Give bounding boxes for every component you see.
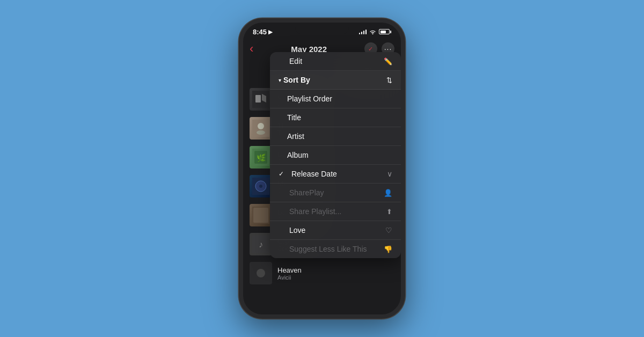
svg-text:♪: ♪: [259, 240, 263, 249]
battery-icon: [379, 29, 391, 34]
menu-item-edit[interactable]: Edit ✏️: [270, 52, 401, 71]
svg-point-11: [259, 185, 262, 188]
shareplay-label: SharePlay: [289, 188, 324, 197]
dropdown-menu: Edit ✏️ ▾ Sort By ⇅ Playlist Order Title: [270, 52, 401, 258]
svg-point-17: [257, 269, 265, 277]
menu-item-playlist-order[interactable]: Playlist Order: [270, 90, 401, 108]
song-info: Heaven Avicii: [277, 266, 394, 281]
location-icon: ▶: [268, 29, 273, 35]
svg-point-5: [257, 130, 265, 135]
menu-item-artist[interactable]: Artist: [270, 127, 401, 146]
menu-item-left: SharePlay: [279, 188, 324, 197]
menu-item-left: Suggest Less Like This: [279, 245, 367, 253]
share-playlist-label: Share Playlist...: [289, 207, 341, 216]
song-title: Heaven: [277, 266, 394, 274]
phone-notch: [295, 23, 349, 34]
album-art: [250, 204, 272, 226]
status-time: 8:45 ▶: [253, 28, 273, 36]
sort-header-left: ▾ Sort By: [279, 76, 310, 84]
song-artist: Avicii: [277, 274, 394, 281]
suggest-less-label: Suggest Less Like This: [289, 245, 367, 253]
track-art-7: [252, 265, 269, 282]
track-art-5: [252, 207, 269, 224]
menu-item-left: Artist: [287, 132, 304, 141]
time-display: 8:45: [253, 28, 267, 36]
menu-item-left: Title: [287, 113, 301, 122]
release-date-label: Release Date: [291, 170, 337, 178]
share-icon: ⬆: [386, 208, 392, 216]
track-art-3: 🌿: [252, 149, 269, 166]
track-art-2: [252, 120, 269, 137]
menu-item-left: ✓ Release Date: [279, 170, 337, 178]
menu-item-share-playlist[interactable]: Share Playlist... ⬆: [270, 202, 401, 221]
menu-item-title[interactable]: Title: [270, 108, 401, 127]
svg-text:🌿: 🌿: [257, 153, 266, 163]
menu-item-love[interactable]: Love ♡: [270, 221, 401, 240]
svg-point-0: [372, 33, 374, 34]
love-heart-icon: ♡: [385, 226, 392, 235]
artist-label: Artist: [287, 132, 304, 141]
list-item[interactable]: Heaven Avicii: [243, 259, 401, 288]
signal-icon: [359, 29, 367, 34]
album-art: ♪: [250, 233, 272, 255]
svg-rect-2: [255, 95, 261, 102]
shareplay-icon: 👤: [384, 189, 392, 197]
more-icon: ···: [384, 45, 392, 53]
menu-item-suggest-less[interactable]: Suggest Less Like This 👎: [270, 240, 401, 258]
menu-item-left: Love: [279, 226, 305, 235]
menu-item-release-date[interactable]: ✓ Release Date ∨: [270, 165, 401, 184]
menu-item-left: Album: [287, 151, 309, 159]
album-label: Album: [287, 151, 309, 159]
album-art: [250, 262, 272, 284]
track-art-6: ♪: [252, 236, 269, 253]
title-label: Title: [287, 113, 301, 122]
love-label: Love: [289, 226, 305, 235]
svg-rect-13: [253, 208, 268, 223]
menu-item-left: Share Playlist...: [279, 207, 341, 216]
menu-item-left: Edit: [279, 57, 302, 65]
album-art: [250, 88, 272, 111]
check-icon: ✓: [368, 46, 373, 53]
sort-by-header[interactable]: ▾ Sort By ⇅: [270, 71, 401, 90]
release-date-check-icon: ✓: [279, 170, 286, 178]
sort-by-label: Sort By: [283, 76, 310, 84]
svg-point-4: [258, 123, 264, 129]
playlist-order-label: Playlist Order: [287, 94, 332, 103]
status-icons: [359, 29, 392, 34]
thumbs-down-icon: 👎: [384, 245, 392, 253]
sort-arrows-icon: ⇅: [386, 76, 392, 84]
album-art: [250, 175, 272, 197]
wifi-icon: [369, 29, 376, 34]
edit-label: Edit: [289, 57, 302, 65]
track-art-4: [252, 178, 269, 195]
edit-icon: ✏️: [384, 57, 392, 65]
menu-item-shareplay[interactable]: SharePlay 👤: [270, 184, 401, 202]
release-date-chevron-icon: ∨: [387, 170, 392, 178]
menu-item-left: Playlist Order: [287, 94, 332, 103]
track-art-1: [252, 91, 269, 108]
album-art: 🌿: [250, 146, 272, 169]
back-button[interactable]: ‹: [250, 42, 253, 56]
phone: 8:45 ▶: [239, 18, 405, 319]
menu-item-album[interactable]: Album: [270, 146, 401, 165]
sort-chevron-icon: ▾: [279, 77, 281, 83]
album-art: [250, 117, 272, 140]
